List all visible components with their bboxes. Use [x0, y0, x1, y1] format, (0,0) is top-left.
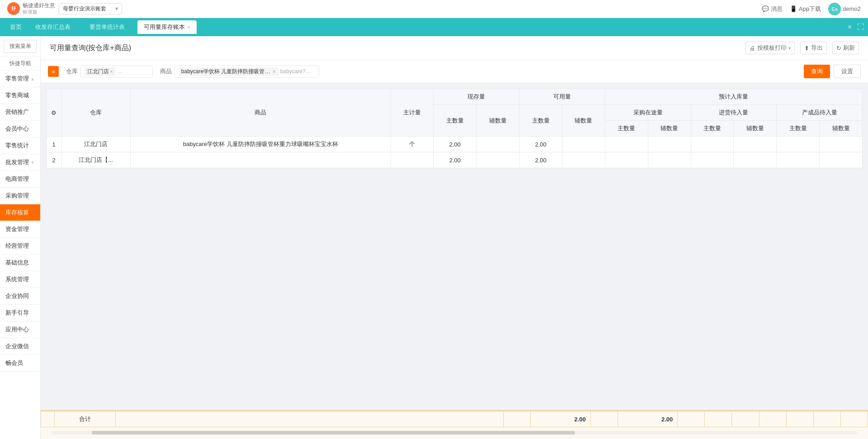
product-tag-close[interactable]: × — [273, 69, 276, 74]
col-warehouse-header: 仓库 — [61, 89, 131, 137]
sidebar-item-purchase[interactable]: 采购管理 — [0, 188, 40, 204]
sidebar-finance-label: 资金管理 — [5, 225, 29, 233]
fullscreen-btn[interactable]: ⛶ — [857, 23, 864, 31]
table-area: ⚙ 仓库 商品 主计量 现存量 可用量 预计入库量 主数量 辅数量 主数量 辅数… — [41, 83, 868, 410]
row2-in-aux — [734, 152, 777, 168]
sidebar-item-wholesale-mgmt[interactable]: 批发管理 ▼ — [0, 154, 40, 171]
footer-row: 合计 2.00 2.00 — [41, 411, 868, 427]
sidebar-item-new-guide[interactable]: 新手引导 — [0, 305, 40, 321]
col-prod-aux-header: 辅数量 — [820, 121, 863, 137]
tab-available-inventory[interactable]: 可用量库存账本 × — [137, 20, 197, 34]
row1-unit: 个 — [391, 137, 434, 152]
sidebar-item-enterprise-wechat[interactable]: 企业微信 — [0, 338, 40, 355]
sidebar-item-marketing[interactable]: 营销推广 — [0, 104, 40, 121]
col-avail-main-header: 主数量 — [519, 105, 562, 137]
tab-home[interactable]: 首页 — [4, 20, 28, 34]
settings-filter-btn[interactable]: 设置 — [834, 65, 861, 78]
row1-in-aux — [734, 137, 777, 152]
sidebar-item-app-center[interactable]: 应用中心 — [0, 321, 40, 338]
col-avail-aux-header: 辅数量 — [562, 105, 605, 137]
sidebar-item-vip-member[interactable]: 畅会员 — [0, 355, 40, 372]
message-icon: 💬 — [762, 5, 769, 12]
sidebar-item-retail-stats[interactable]: 零售统计 — [0, 137, 40, 154]
tab-collection-label: 收发存汇总表 — [35, 23, 71, 31]
warehouse-more-btn[interactable]: … — [118, 68, 123, 75]
footer-table: 合计 2.00 2.00 — [41, 411, 868, 427]
warehouse-tag-jiangbei: 江北门店 × — [85, 67, 116, 76]
col-pt-main-header: 主数量 — [605, 121, 648, 137]
template-print-btn[interactable]: 🖨 按模板打印 ▾ — [745, 42, 795, 54]
warehouse-tags-input[interactable]: 江北门店 × … — [80, 66, 153, 78]
sidebar-retail-store-label: 零售商城 — [5, 91, 29, 99]
sidebar-vip-member-label: 畅会员 — [5, 359, 23, 367]
col-incoming-header: 进货待入量 — [691, 105, 777, 121]
sidebar-item-retail-mgmt[interactable]: 零售管理 ▲ — [0, 71, 40, 87]
col-purchase-transit-header: 采购在途量 — [605, 105, 691, 121]
sidebar-item-basic-info[interactable]: 基础信息 — [0, 255, 40, 271]
app-download-btn[interactable]: 📱 App下载 — [790, 5, 821, 13]
footer-label: 合计 — [55, 411, 116, 427]
sidebar-item-enterprise-collab[interactable]: 企业协同 — [0, 288, 40, 305]
sidebar-item-retail-store[interactable]: 零售商城 — [0, 87, 40, 104]
product-filter: 商品 babycare学饮杯 儿童防摔防撞吸管杯重力球吸嘴杯宝宝水杯 × bab… — [160, 66, 319, 78]
product-label: 商品 — [160, 67, 172, 76]
sidebar-member-center-label: 会员中心 — [5, 125, 29, 133]
refresh-btn[interactable]: ↻ 刷新 — [832, 42, 859, 54]
tab-collection-close[interactable]: × — [73, 25, 76, 30]
sidebar-enterprise-wechat-label: 企业微信 — [5, 342, 29, 350]
col-production-header: 产成品待入量 — [777, 105, 863, 121]
col-prod-main-header: 主数量 — [777, 121, 820, 137]
industry-name: 母婴行业演示账套 — [63, 5, 106, 13]
sidebar-item-operations[interactable]: 经营管理 — [0, 238, 40, 255]
close-all-tabs-btn[interactable]: × — [844, 23, 855, 31]
tab-order-stats[interactable]: 要货单统计表 × — [83, 20, 137, 34]
search-menu-btn[interactable]: 搜索菜单 — [4, 40, 37, 53]
col-product-header: 商品 — [131, 89, 391, 137]
sidebar-item-system-mgmt[interactable]: 系统管理 — [0, 271, 40, 288]
logo-text: 畅捷通好生意 — [23, 2, 55, 9]
chevron-up-icon: ▲ — [30, 76, 35, 81]
row2-avail-aux — [562, 152, 605, 168]
filter-expand-btn[interactable]: » — [48, 66, 59, 77]
row2-warehouse: 江北门店【... — [61, 152, 131, 168]
quick-nav-btn[interactable]: 快捷导航 — [0, 57, 40, 71]
message-btn[interactable]: 💬 消息 — [762, 5, 783, 13]
sidebar-item-inventory-check[interactable]: 库存核算 — [0, 204, 40, 221]
chevron-down-icon: ▼ — [30, 160, 35, 165]
product-tags-input[interactable]: babycare学饮杯 儿童防摔防撞吸管杯重力球吸嘴杯宝宝水杯 × babyca… — [175, 66, 319, 78]
warehouse-tag-text: 江北门店 — [87, 68, 109, 76]
sidebar-item-member-center[interactable]: 会员中心 — [0, 121, 40, 137]
export-btn[interactable]: ⬆ 导出 — [800, 42, 827, 54]
tab-order-stats-close[interactable]: × — [127, 25, 130, 30]
row2-pt-main — [605, 152, 648, 168]
warehouse-tag-close[interactable]: × — [110, 69, 113, 74]
table-row: 1 江北门店 babycare学饮杯 儿童防摔防撞吸管杯重力球吸嘴杯宝宝水杯 个… — [47, 137, 863, 152]
top-bar-left: 好 畅捷通好生意 标准版 母婴行业演示账套 ▾ — [7, 2, 122, 15]
sidebar-item-ecommerce[interactable]: 电商管理 — [0, 171, 40, 188]
industry-selector[interactable]: 母婴行业演示账套 ▾ — [59, 3, 122, 14]
printer-icon: 🖨 — [750, 45, 755, 52]
logo-area: 好 畅捷通好生意 标准版 — [7, 2, 55, 15]
page-actions: 🖨 按模板打印 ▾ ⬆ 导出 ↻ 刷新 — [745, 42, 859, 54]
user-profile-btn[interactable]: Ea demo2 — [828, 3, 861, 15]
table-row: 2 江北门店【... 2.00 2.00 — [47, 152, 863, 168]
tab-available-inventory-close[interactable]: × — [188, 25, 190, 30]
col-settings-header[interactable]: ⚙ — [47, 89, 61, 137]
sidebar-item-finance[interactable]: 资金管理 — [0, 221, 40, 238]
warehouse-label: 仓库 — [66, 67, 78, 76]
top-bar-right: 💬 消息 📱 App下载 Ea demo2 — [762, 3, 861, 15]
row2-unit — [391, 152, 434, 168]
content-area: 可用量查询(按仓库+商品) 🖨 按模板打印 ▾ ⬆ 导出 ↻ 刷新 » — [41, 36, 868, 439]
row2-prod-aux — [820, 152, 863, 168]
query-btn[interactable]: 查询 — [804, 65, 830, 78]
sidebar-system-mgmt-label: 系统管理 — [5, 275, 29, 283]
message-label: 消息 — [771, 5, 783, 13]
tab-collection[interactable]: 收发存汇总表 × — [29, 20, 82, 34]
product-tag-babycare: babycare学饮杯 儿童防摔防撞吸管杯重力球吸嘴杯宝宝水杯 × — [179, 67, 278, 76]
filter-action-btns: 查询 设置 — [804, 65, 861, 78]
row1-in-main — [691, 137, 734, 152]
col-in-main-header: 主数量 — [691, 121, 734, 137]
horizontal-scrollbar[interactable] — [41, 427, 868, 439]
warehouse-filter: 仓库 江北门店 × … — [66, 66, 153, 78]
row1-stock-main: 2.00 — [434, 137, 476, 152]
